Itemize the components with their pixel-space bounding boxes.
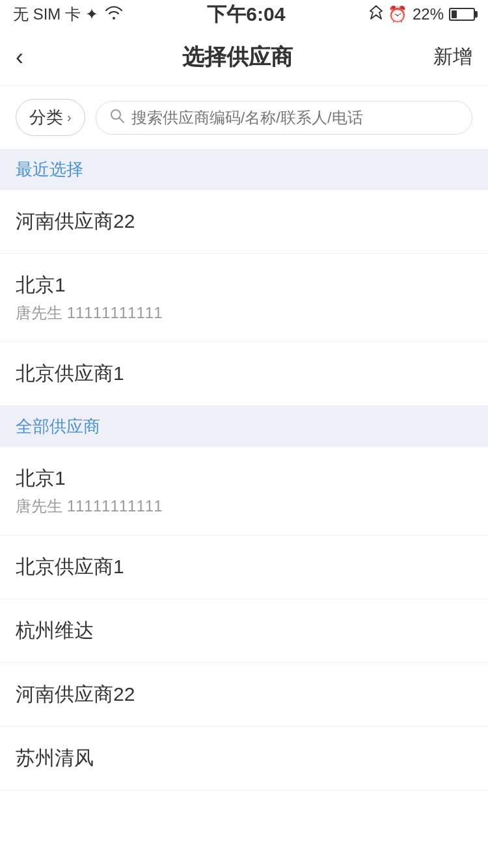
page-title: 选择供应商 (182, 42, 293, 72)
list-item[interactable]: 杭州维达 (0, 599, 488, 663)
location-icon (370, 5, 383, 23)
no-sim-label: 无 SIM 卡 ✦ (13, 4, 98, 25)
list-item[interactable]: 河南供应商22 (0, 190, 488, 254)
item-sub: 唐先生 11111111111 (16, 303, 472, 323)
chevron-right-icon: › (67, 110, 72, 125)
svg-line-1 (119, 118, 124, 122)
item-name: 北京供应商1 (16, 360, 472, 387)
list-item[interactable]: 北京1唐先生 11111111111 (0, 254, 488, 342)
status-bar-right: ⏰ 22% (370, 5, 475, 23)
wifi-icon (105, 5, 123, 23)
list-item[interactable]: 河南供应商22 (0, 663, 488, 727)
list-item[interactable]: 北京1唐先生 11111111111 (0, 447, 488, 536)
status-bar: 无 SIM 卡 ✦ 下午6:04 ⏰ 22% (0, 0, 488, 29)
supplier-list: 最近选择河南供应商22北京1唐先生 11111111111北京供应商1全部供应商… (0, 149, 488, 791)
back-button[interactable]: ‹ (16, 44, 55, 71)
item-name: 北京1 (16, 465, 472, 492)
nav-bar: ‹ 选择供应商 新增 (0, 29, 488, 86)
search-input[interactable] (131, 109, 459, 127)
item-name: 北京供应商1 (16, 554, 472, 580)
search-box (96, 101, 472, 135)
alarm-icon: ⏰ (388, 5, 407, 23)
filter-bar: 分类 › (0, 86, 488, 149)
battery-icon (449, 8, 475, 21)
battery-percent: 22% (413, 5, 444, 23)
category-button[interactable]: 分类 › (16, 99, 85, 136)
item-name: 苏州清风 (16, 745, 472, 772)
item-sub: 唐先生 11111111111 (16, 496, 472, 517)
search-icon (109, 108, 125, 128)
list-item[interactable]: 苏州清风 (0, 727, 488, 791)
item-name: 北京1 (16, 272, 472, 299)
list-item[interactable]: 北京供应商1 (0, 342, 488, 406)
status-bar-left: 无 SIM 卡 ✦ (13, 4, 123, 25)
item-name: 河南供应商22 (16, 681, 472, 708)
item-name: 杭州维达 (16, 617, 472, 644)
status-bar-time: 下午6:04 (207, 1, 285, 28)
section-header-all: 全部供应商 (0, 406, 488, 447)
list-item[interactable]: 北京供应商1 (0, 536, 488, 599)
category-label: 分类 (29, 106, 63, 129)
add-button[interactable]: 新增 (420, 44, 472, 70)
section-header-recent: 最近选择 (0, 149, 488, 190)
item-name: 河南供应商22 (16, 208, 472, 235)
